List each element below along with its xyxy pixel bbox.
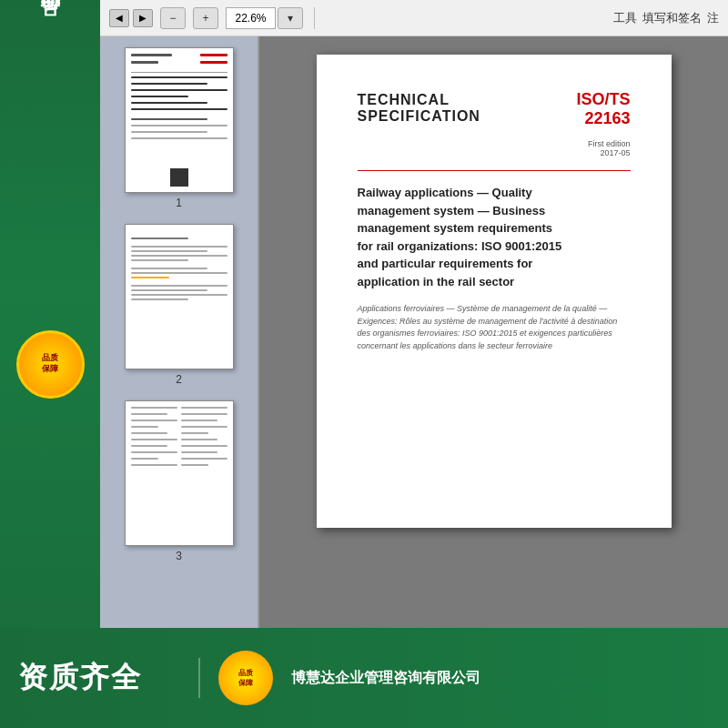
thumb-num-3: 3 [176,550,182,562]
page-title-block: TECHNICAL SPECIFICATION [358,91,480,125]
iso-num-label: 22163 [584,109,630,128]
nav-back-button[interactable]: ◀ [109,9,129,27]
thumbnail-2[interactable]: 2 [125,224,234,386]
zoom-box: ▾ [226,7,303,29]
specification-label: SPECIFICATION [358,108,480,125]
pdf-viewer[interactable]: TECHNICAL SPECIFICATION ISO/TS 22163 Fir… [259,36,728,728]
toolbar-separator [314,7,315,29]
page-iso-block: ISO/TS 22163 [576,91,630,128]
toolbar-right: 工具 填写和签名 注 [613,10,719,26]
thumbnail-panel[interactable]: 1 [100,36,259,728]
tools-label: 工具 [613,10,637,26]
page-divider [358,170,631,172]
page-subtitle: Applications ferroviaires — Système de m… [358,303,631,352]
thumb-page-1[interactable] [125,47,234,193]
toolbar: ◀ ▶ − + ▾ 工具 填写和签名 注 [100,0,728,36]
page-main-title: Railway applications — Quality managemen… [358,184,631,290]
banner-badge-text: 品质保障 [42,353,58,374]
left-banner: 品质保证 品质保障 资质齐全 [0,0,100,728]
thumb-page-2[interactable] [125,224,234,369]
zoom-dropdown-button[interactable]: ▾ [278,7,303,29]
register-label: 注 [707,10,719,26]
thumb-num-2: 2 [176,373,182,386]
bottom-company-text: 博慧达企业管理咨询有限公司 [291,668,480,688]
zoom-out-button[interactable]: − [160,7,186,29]
iso-ts-label: ISO/TS [576,91,630,109]
pdf-page: TECHNICAL SPECIFICATION ISO/TS 22163 Fir… [317,55,672,528]
thumbnail-3[interactable]: 3 [125,400,234,562]
zoom-input[interactable] [226,7,276,29]
technical-label: TECHNICAL [358,91,480,108]
bottom-logo-inner: 品质保障 [238,668,253,688]
content-row: 1 [100,36,728,728]
thumb-page-3[interactable] [125,400,234,546]
nav-arrows: ◀ ▶ [109,9,153,27]
thumbnail-1[interactable]: 1 [125,47,234,209]
page-edition: First edition2017-05 [358,139,631,157]
fill-sign-label: 填写和签名 [642,10,702,26]
main-area: ◀ ▶ − + ▾ 工具 填写和签名 注 [100,0,728,728]
bottom-right-area: 品质保障 博慧达企业管理咨询有限公司 [200,651,728,705]
bottom-banner: 资质齐全 品质保障 博慧达企业管理咨询有限公司 [0,628,728,728]
zoom-in-button[interactable]: + [193,7,218,29]
banner-badge: 品质保障 [16,330,85,399]
page-header-row: TECHNICAL SPECIFICATION ISO/TS 22163 [358,91,631,128]
nav-forward-button[interactable]: ▶ [133,9,153,27]
bottom-left-text: 资质齐全 [0,658,200,698]
banner-top-text: 品质保证 [36,18,64,33]
bottom-logo-circle: 品质保障 [218,651,273,705]
thumb-num-1: 1 [176,197,182,209]
